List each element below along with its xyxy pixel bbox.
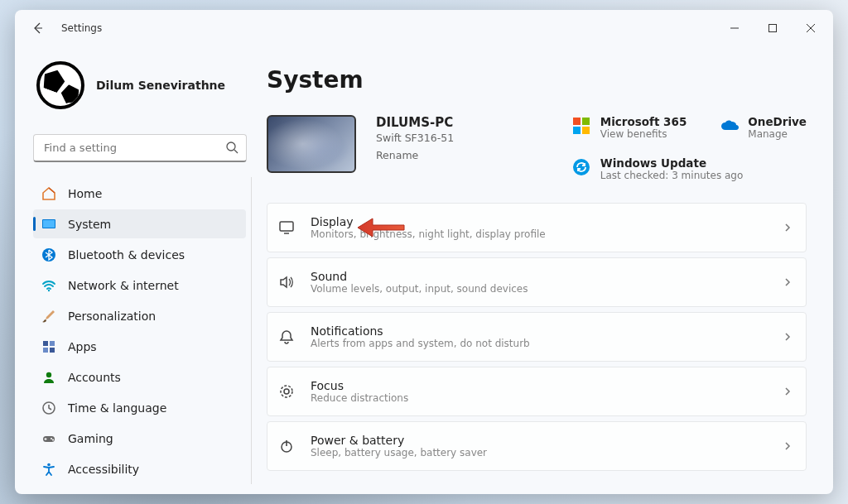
- maximize-icon: [768, 23, 778, 33]
- card-subtitle: Volume levels, output, input, sound devi…: [311, 283, 528, 295]
- notifications-card[interactable]: Notifications Alerts from apps and syste…: [267, 312, 807, 362]
- sound-card[interactable]: Sound Volume levels, output, input, soun…: [267, 257, 807, 307]
- svg-rect-18: [573, 118, 581, 125]
- chevron-right-icon: [783, 329, 793, 345]
- focus-card[interactable]: Focus Reduce distractions: [267, 367, 807, 416]
- bluetooth-icon: [41, 247, 56, 262]
- display-icon: [277, 218, 296, 237]
- nav-accessibility[interactable]: Accessibility: [33, 455, 246, 484]
- link-sub: View benefits: [600, 128, 687, 140]
- onedrive-icon: [720, 117, 738, 135]
- nav-label: Accounts: [68, 371, 121, 384]
- sidebar: Dilum Senevirathne Home System: [18, 46, 258, 491]
- nav-personalization[interactable]: Personalization: [33, 301, 246, 330]
- nav-accounts[interactable]: Accounts: [33, 363, 246, 392]
- avatar: [36, 61, 84, 109]
- profile-block[interactable]: Dilum Senevirathne: [33, 61, 252, 109]
- gamepad-icon: [41, 431, 56, 446]
- window-body: Dilum Senevirathne Home System: [15, 46, 833, 494]
- svg-point-17: [47, 463, 51, 467]
- link-title: Windows Update: [600, 156, 744, 170]
- close-button[interactable]: [792, 15, 830, 41]
- nav-label: Apps: [68, 340, 97, 353]
- bell-icon: [277, 328, 296, 346]
- nav-label: Time & language: [68, 401, 166, 415]
- card-subtitle: Alerts from apps and system, do not dist…: [311, 338, 530, 349]
- svg-line-3: [234, 150, 238, 153]
- nav-label: Network & internet: [68, 279, 179, 292]
- settings-window: Settings Dilum Senevirathne Home: [15, 10, 833, 494]
- minimize-icon: [730, 23, 740, 33]
- nav-list: Home System Bluetooth & devices Network …: [33, 177, 252, 484]
- chevron-right-icon: [783, 384, 793, 400]
- wifi-icon: [41, 278, 56, 293]
- svg-point-12: [46, 372, 51, 377]
- card-subtitle: Monitors, brightness, night light, displ…: [311, 228, 546, 240]
- microsoft-365-icon: [572, 117, 590, 135]
- onedrive-link[interactable]: OneDrive Manage: [720, 115, 807, 140]
- card-title: Display: [311, 215, 546, 228]
- power-card[interactable]: Power & battery Sleep, battery usage, ba…: [267, 421, 807, 471]
- maximize-button[interactable]: [754, 15, 792, 41]
- apps-icon: [41, 339, 56, 354]
- nav-label: Home: [68, 187, 102, 200]
- chevron-right-icon: [783, 275, 793, 290]
- nav-time[interactable]: Time & language: [33, 394, 246, 423]
- main-panel: System DILUMS-PC Swift SF316-51 Rename M…: [258, 46, 830, 491]
- card-title: Power & battery: [311, 434, 487, 447]
- page-title: System: [267, 66, 815, 94]
- svg-rect-1: [769, 25, 777, 32]
- sound-icon: [277, 273, 296, 291]
- nav-system[interactable]: System: [33, 209, 246, 238]
- svg-rect-19: [582, 118, 590, 125]
- nav-label: System: [68, 218, 111, 231]
- nav-label: Gaming: [68, 432, 113, 445]
- card-title: Notifications: [311, 324, 530, 338]
- titlebar: Settings: [15, 10, 833, 46]
- device-thumbnail[interactable]: [267, 115, 356, 173]
- link-title: Microsoft 365: [600, 115, 687, 128]
- arrow-left-icon: [31, 22, 45, 35]
- svg-rect-11: [50, 348, 55, 353]
- search-box: [33, 134, 247, 162]
- nav-bluetooth[interactable]: Bluetooth & devices: [33, 240, 246, 269]
- svg-rect-5: [43, 220, 55, 228]
- svg-point-2: [227, 142, 235, 151]
- card-subtitle: Sleep, battery usage, battery saver: [311, 447, 487, 458]
- svg-point-16: [52, 439, 54, 441]
- svg-point-15: [51, 438, 52, 439]
- search-input[interactable]: [33, 134, 247, 162]
- windows-update-link[interactable]: Windows Update Last checked: 3 minutes a…: [572, 156, 807, 181]
- nav-label: Bluetooth & devices: [68, 248, 185, 262]
- focus-icon: [277, 382, 296, 401]
- nav-home[interactable]: Home: [33, 179, 246, 208]
- card-title: Sound: [311, 270, 528, 283]
- person-icon: [41, 370, 56, 385]
- brush-icon: [41, 309, 56, 324]
- microsoft-365-link[interactable]: Microsoft 365 View benefits: [572, 115, 687, 140]
- card-subtitle: Reduce distractions: [311, 392, 408, 404]
- accessibility-icon: [41, 462, 56, 477]
- nav-apps[interactable]: Apps: [33, 332, 246, 361]
- minimize-button[interactable]: [716, 15, 754, 41]
- system-header: DILUMS-PC Swift SF316-51 Rename Microsof…: [267, 115, 815, 181]
- quick-links: Microsoft 365 View benefits OneDrive Man…: [572, 115, 807, 181]
- device-info: DILUMS-PC Swift SF316-51 Rename: [376, 115, 454, 161]
- back-button[interactable]: [25, 15, 51, 41]
- link-title: OneDrive: [748, 115, 807, 128]
- card-title: Focus: [311, 379, 408, 392]
- nav-label: Accessibility: [68, 463, 139, 476]
- settings-card-list: Display Monitors, brightness, night ligh…: [267, 203, 815, 471]
- link-sub: Manage: [748, 128, 807, 140]
- device-model: Swift SF316-51: [376, 132, 454, 144]
- nav-network[interactable]: Network & internet: [33, 271, 246, 300]
- system-icon: [41, 217, 56, 232]
- rename-link[interactable]: Rename: [376, 149, 454, 161]
- search-icon: [225, 141, 238, 157]
- svg-rect-21: [582, 127, 590, 134]
- nav-label: Personalization: [68, 310, 156, 323]
- display-card[interactable]: Display Monitors, brightness, night ligh…: [267, 203, 807, 252]
- svg-point-25: [281, 386, 292, 397]
- link-sub: Last checked: 3 minutes ago: [600, 170, 744, 181]
- nav-gaming[interactable]: Gaming: [33, 425, 246, 454]
